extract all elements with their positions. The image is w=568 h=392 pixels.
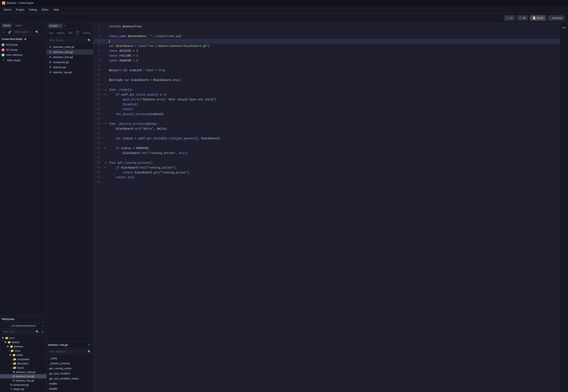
btn-2d[interactable]: ⬡ 2D <box>504 15 515 21</box>
menu-project[interactable]: Project <box>14 7 26 12</box>
method-get-last-condition-status[interactable]: get_last_condition_status <box>47 376 93 381</box>
code-area[interactable]: 1 extends BeehaveTree 2 3 class_name Bee… <box>93 23 560 392</box>
other-node-item[interactable]: + Other Node <box>0 57 46 63</box>
code-line-32: 32 › return null <box>93 175 560 180</box>
menu-editor[interactable]: Editor <box>40 7 51 12</box>
file-item-nodes[interactable]: ▼ 📁 nodes <box>0 353 46 357</box>
search-nodes-btn[interactable]: 🔍 <box>35 30 39 34</box>
btn-script[interactable]: 📜 Script <box>530 15 546 21</box>
folder-closed-icon: › <box>11 358 12 361</box>
filter-methods-search-btn[interactable]: 🔍 <box>87 350 91 354</box>
script-tab-empty[interactable]: [empty] ✕ <box>48 24 63 28</box>
title-bar-text: Beehave - Godot Engine <box>7 2 33 4</box>
method-enable[interactable]: enable <box>47 381 93 386</box>
node-ui-scene[interactable]: User Interface <box>0 52 46 57</box>
right-panel-btn-1[interactable]: Cor <box>561 24 568 31</box>
code-line-18: 18 › › return <box>93 107 560 112</box>
link-node-btn[interactable]: 🔗 <box>7 30 12 34</box>
menu-help[interactable]: Help <box>52 7 61 12</box>
gear-icon: ⚙ <box>49 61 52 64</box>
filter-files-input[interactable] <box>3 330 33 333</box>
path-back-btn[interactable]: ‹ <box>2 324 6 328</box>
script-selector-star[interactable]: ⚙ selector_star.gd <box>47 70 93 75</box>
file-item-plugin-cfg[interactable]: ⚙ plugin.cfg <box>0 387 46 391</box>
method-ready[interactable]: _ready <box>47 356 93 361</box>
more-options-btn[interactable]: ⋮ <box>40 30 45 34</box>
file-item-beehave-node-gd[interactable]: ⚙ beehave_node.gd <box>0 370 46 374</box>
script-beehave-root[interactable]: ⚙ beehave_root.gd <box>47 49 93 55</box>
code-line-8: 8 const RUNNING = 2 <box>93 58 560 63</box>
code-line-15: 15 ▼› if self.get_child_count() ≠ 1: <box>93 93 560 97</box>
close-tab-btn[interactable]: ✕ <box>59 25 61 27</box>
code-line-20: 20 <box>93 117 560 122</box>
method-get-last-condition[interactable]: get_last_condition <box>47 371 93 376</box>
menu-scene[interactable]: Scene <box>2 7 13 12</box>
filter-nodes-input[interactable] <box>14 31 32 33</box>
other-node-add-btn: + <box>2 58 5 62</box>
path-text: res://addons/beehave/no <box>11 324 40 327</box>
gear-icon: ⚙ <box>49 51 52 54</box>
filter-scripts-input[interactable] <box>50 39 85 42</box>
node-3d-scene[interactable]: 3D Scene <box>0 47 46 52</box>
btn-asset[interactable]: ↓ AssetLib <box>548 15 565 21</box>
method-physics-process[interactable]: _physics_process <box>47 361 93 366</box>
script-composite[interactable]: ⚙ composite.gd <box>47 60 93 65</box>
filter-files-search-btn[interactable]: 🔍 <box>35 330 40 334</box>
methods-panel: beehave_root.gd ⇅ 🔍 _ready _physics_proc… <box>47 341 93 392</box>
script-selector[interactable]: ⚙ selector.gd <box>47 65 93 70</box>
file-item-beehave-tree-gd[interactable]: ⚙ beehave_tree.gd <box>0 378 46 383</box>
folder-open-icon: ▼ <box>2 336 4 339</box>
star-icon: ★ <box>24 38 26 41</box>
menu-debug[interactable]: Debug <box>27 7 39 12</box>
file-item-composites[interactable]: › 📁 composites <box>0 357 46 361</box>
path-forward-btn[interactable]: › <box>6 324 11 328</box>
file-tree: ▼ 📁 res:// ▼ 📁 addons ▼ 📁 beehave › 📁 <box>0 335 46 392</box>
middle-panel: [empty] ✕ + File Search Edit Go To Debug… <box>47 23 93 392</box>
tab-import[interactable]: Import <box>14 24 24 28</box>
code-line-11: 11 <box>93 73 560 78</box>
file-item-beehave[interactable]: ▼ 📁 beehave <box>0 344 46 349</box>
add-tab-btn[interactable]: + <box>64 24 66 28</box>
code-line-22: 22 › blackboard.set("delta", delta) <box>93 126 560 131</box>
gd-file-icon: ⚙ <box>13 370 15 374</box>
code-editor[interactable]: 1 extends BeehaveTree 2 3 class_name Bee… <box>93 23 560 392</box>
script-beehave-node[interactable]: ⚙ beehave_node.gd <box>47 44 93 49</box>
folder-open-icon: ▼ <box>6 345 9 348</box>
btn-3d[interactable]: ⬡ 3D <box>517 15 528 21</box>
filesystem-title: FileSystem <box>2 318 40 321</box>
script-search-menu[interactable]: Search <box>56 31 66 35</box>
filter-methods-input[interactable] <box>50 350 85 353</box>
filesystem-more-btn[interactable]: ⋮ <box>40 317 45 322</box>
script-debug-menu[interactable]: Debug <box>82 31 91 35</box>
file-item-res[interactable]: ▼ 📁 res:// <box>0 336 46 340</box>
file-item-decorators[interactable]: › 📁 decorators <box>0 361 46 366</box>
file-item-addons[interactable]: ▼ 📁 addons <box>0 340 46 344</box>
filter-scripts-search-btn[interactable]: 🔍 <box>87 38 91 42</box>
script-edit-menu[interactable]: Edit <box>67 31 73 35</box>
script-file-menu[interactable]: File <box>48 31 54 35</box>
folder-open-icon: ▼ <box>4 341 7 344</box>
right-panel: Cor <box>560 23 568 392</box>
method-get-running-action[interactable]: get_running_action <box>47 366 93 371</box>
gear-icon: ⚙ <box>49 71 52 74</box>
path-view-btn[interactable]: ≡ <box>41 324 45 328</box>
cfg-file-icon: ⚙ <box>10 388 13 391</box>
method-disable[interactable]: disable <box>47 386 93 391</box>
node-2d-circle <box>2 43 4 46</box>
file-item-leaves[interactable]: › 📁 leaves <box>0 366 46 370</box>
top-toolbar: ⬡ 2D ⬡ 3D 📜 Script ↓ AssetLib <box>0 13 568 23</box>
add-node-btn[interactable]: + <box>2 30 6 34</box>
filter-files-sort-btn[interactable]: ⇅ <box>40 330 45 334</box>
file-item-beehave-root-gd[interactable]: ⚙ beehave_root.gd <box>0 374 46 378</box>
code-line-10: 10 @export var enabled : bool = true <box>93 68 560 73</box>
file-item-icons[interactable]: › 📁 icons <box>0 349 46 353</box>
script-goto-menu[interactable]: Go To <box>75 30 81 36</box>
file-item-blackboard-gd[interactable]: ⚙ blackboard.gd <box>0 383 46 387</box>
methods-sort-btn[interactable]: ⇅ <box>87 343 91 347</box>
folder-icon: 📁 <box>5 336 8 339</box>
node-2d-scene[interactable]: 2D Scene <box>0 42 46 47</box>
folder-closed-icon: › <box>11 366 12 369</box>
script-beehave-tree[interactable]: ⚙ beehave_tree.gd <box>47 55 93 60</box>
tab-scene[interactable]: Scene <box>2 24 12 28</box>
script-filter-row: 🔍 <box>47 37 93 44</box>
